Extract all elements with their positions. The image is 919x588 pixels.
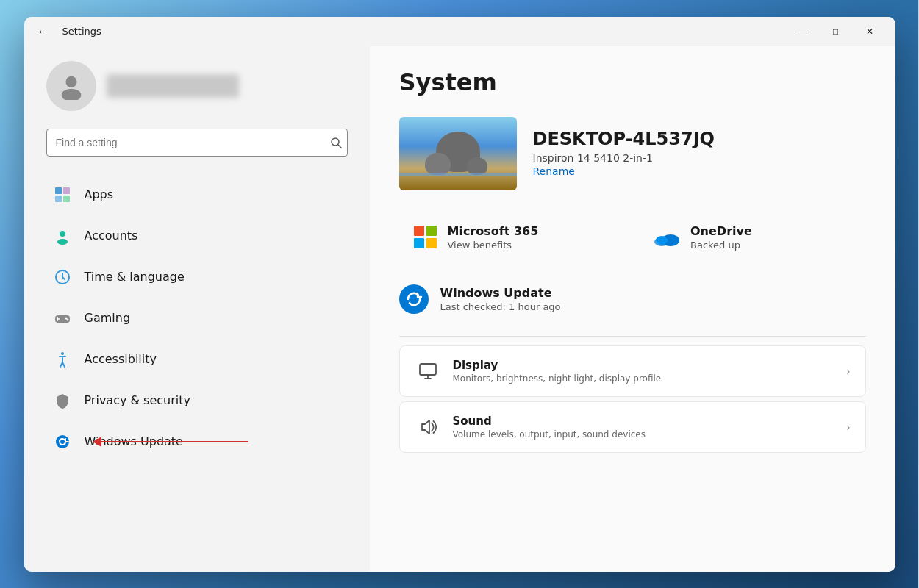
microsoft365-card[interactable]: Microsoft 365 View benefits (399, 212, 626, 262)
rock-decoration (436, 132, 480, 172)
sidebar-item-time-language[interactable]: Time & language (30, 257, 364, 298)
onedrive-icon (654, 224, 680, 251)
windows-update-nav-label: Windows Update (85, 434, 183, 448)
maximize-button[interactable]: □ (819, 20, 853, 43)
svg-point-0 (65, 76, 76, 87)
svg-point-15 (66, 318, 68, 320)
windows-update-nav-icon (52, 431, 73, 452)
sound-chevron: › (846, 421, 851, 433)
title-bar: ← Settings — □ ✕ (24, 17, 895, 46)
device-card: DESKTOP-4L537JQ Inspiron 14 5410 2-in-1 … (399, 117, 866, 190)
accounts-label: Accounts (85, 229, 138, 243)
quick-cards: Microsoft 365 View benefits OneDr (399, 212, 866, 262)
onedrive-subtitle: Backed up (690, 240, 752, 251)
sidebar-item-windows-update[interactable]: Windows Update (30, 421, 364, 462)
update-card-text: Windows Update Last checked: 1 hour ago (440, 286, 561, 312)
apps-icon (52, 184, 73, 205)
microsoft-logo (414, 226, 437, 249)
onedrive-card[interactable]: OneDrive Backed up (639, 212, 866, 262)
onedrive-text: OneDrive Backed up (690, 224, 752, 251)
device-model: Inspiron 14 5410 2-in-1 (533, 152, 715, 164)
sidebar: Apps Accounts (24, 46, 370, 572)
privacy-icon (52, 390, 73, 411)
sidebar-item-accounts[interactable]: Accounts (30, 215, 364, 257)
separator (399, 336, 866, 337)
search-input[interactable] (46, 129, 348, 157)
device-info: DESKTOP-4L537JQ Inspiron 14 5410 2-in-1 … (533, 129, 715, 178)
username-blurred (107, 74, 239, 98)
sound-icon (415, 414, 441, 440)
svg-rect-7 (63, 196, 70, 202)
update-title: Windows Update (440, 286, 561, 300)
svg-rect-6 (55, 196, 62, 202)
title-bar-left: ← Settings (33, 21, 101, 42)
gaming-label: Gaming (85, 311, 131, 325)
display-text: Display Monitors, brightness, night ligh… (453, 359, 846, 384)
nav-list: Apps Accounts (24, 174, 370, 572)
accessibility-label: Accessibility (85, 352, 157, 366)
microsoft365-subtitle: View benefits (448, 240, 539, 251)
windows-update-icon (399, 284, 429, 314)
svg-point-16 (61, 352, 64, 355)
content-area: Apps Accounts (24, 46, 895, 572)
svg-rect-5 (63, 187, 70, 194)
ms-logo-red (414, 226, 424, 236)
window-controls: — □ ✕ (785, 20, 887, 43)
sidebar-item-privacy-security[interactable]: Privacy & security (30, 380, 364, 421)
sound-title: Sound (453, 415, 846, 428)
svg-point-9 (57, 239, 68, 245)
water-decoration (399, 173, 517, 176)
ms-logo-blue (414, 238, 424, 248)
ms-logo-green (426, 226, 437, 236)
microsoft365-title: Microsoft 365 (448, 224, 539, 238)
sidebar-item-gaming[interactable]: Gaming (30, 298, 364, 339)
sidebar-item-apps[interactable]: Apps (30, 174, 364, 215)
display-icon (415, 358, 441, 384)
avatar[interactable] (46, 61, 96, 111)
close-button[interactable]: ✕ (853, 20, 887, 43)
display-title: Display (453, 359, 846, 372)
search-box (46, 129, 348, 157)
svg-point-1 (61, 88, 81, 99)
sidebar-item-accessibility[interactable]: Accessibility (30, 339, 364, 380)
minimize-button[interactable]: — (785, 20, 819, 43)
accounts-icon (52, 226, 73, 246)
time-icon (52, 267, 73, 287)
svg-point-20 (656, 236, 668, 245)
settings-window: ← Settings — □ ✕ (24, 17, 895, 572)
microsoft365-text: Microsoft 365 View benefits (448, 224, 539, 251)
display-subtitle: Monitors, brightness, night light, displ… (453, 373, 846, 384)
svg-line-3 (338, 145, 341, 148)
svg-point-8 (60, 231, 65, 237)
window-title: Settings (62, 26, 101, 37)
gaming-icon (52, 308, 73, 329)
update-subtitle: Last checked: 1 hour ago (440, 301, 561, 312)
back-button[interactable]: ← (33, 21, 54, 42)
svg-marker-24 (422, 420, 429, 434)
main-content: System DESKTOP-4L537JQ Inspiron 14 5410 … (370, 46, 895, 572)
page-title: System (399, 68, 866, 96)
search-button[interactable] (330, 137, 342, 148)
search-icon (330, 137, 342, 148)
rename-link[interactable]: Rename (533, 165, 575, 177)
ms-logo-yellow (426, 238, 437, 248)
onedrive-title: OneDrive (690, 224, 752, 238)
device-name: DESKTOP-4L537JQ (533, 129, 715, 149)
svg-rect-21 (420, 364, 436, 375)
update-card[interactable]: Windows Update Last checked: 1 hour ago (399, 280, 866, 318)
display-chevron: › (846, 365, 851, 377)
sound-subtitle: Volume levels, output, input, sound devi… (453, 429, 846, 440)
sound-setting-row[interactable]: Sound Volume levels, output, input, soun… (399, 401, 866, 453)
sound-text: Sound Volume levels, output, input, soun… (453, 415, 846, 440)
time-language-label: Time & language (85, 270, 185, 284)
apps-label: Apps (85, 187, 114, 201)
svg-rect-4 (55, 187, 62, 194)
profile-section (24, 61, 370, 129)
user-icon (57, 72, 85, 100)
privacy-security-label: Privacy & security (85, 393, 190, 407)
device-thumbnail (399, 117, 517, 190)
accessibility-icon (52, 349, 73, 370)
device-image (399, 117, 517, 190)
display-setting-row[interactable]: Display Monitors, brightness, night ligh… (399, 345, 866, 397)
